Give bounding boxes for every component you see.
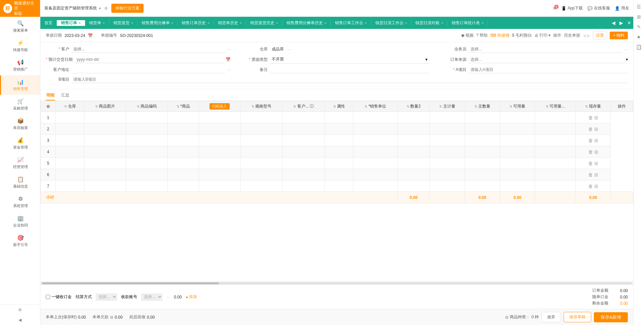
address-more-icon[interactable]: ··· bbox=[227, 68, 231, 72]
sidebar-bottom-collapse[interactable]: ◀ bbox=[0, 315, 40, 325]
shortcut-link[interactable]: ⌨ 快捷键 bbox=[490, 33, 509, 38]
cell-2-0[interactable] bbox=[56, 123, 84, 135]
cell-2-1[interactable] bbox=[84, 123, 126, 135]
order-source-input[interactable] bbox=[468, 56, 624, 63]
cell-1-0[interactable] bbox=[56, 112, 84, 123]
cell-6-1[interactable] bbox=[84, 169, 126, 180]
operation-link[interactable]: 操作 bbox=[553, 33, 561, 38]
cell-1-11[interactable] bbox=[465, 112, 500, 123]
cell-6-5[interactable] bbox=[241, 169, 282, 180]
warehouse-more-icon[interactable]: ··· bbox=[287, 47, 291, 52]
cell-6-12[interactable] bbox=[500, 169, 535, 180]
address-input[interactable] bbox=[71, 66, 225, 73]
tab-close-8[interactable]: × bbox=[325, 21, 327, 25]
discard-button[interactable]: 放弃 bbox=[541, 312, 561, 322]
cell-3-4[interactable] bbox=[199, 135, 241, 146]
cell-1-9[interactable] bbox=[397, 112, 430, 123]
row-delete-6[interactable]: 🗑 bbox=[588, 172, 593, 177]
cell-1-10[interactable] bbox=[430, 112, 465, 123]
row-delete-4[interactable]: 🗑 bbox=[588, 149, 593, 155]
col-settings[interactable]: ⚙ bbox=[41, 101, 56, 112]
cell-6-11[interactable] bbox=[465, 169, 500, 180]
tab-8[interactable]: 销售费用分摊单历史× bbox=[282, 20, 331, 26]
col-current[interactable]: ⇅ 现存量 bbox=[576, 101, 611, 112]
help-link[interactable]: ? 帮助 bbox=[476, 33, 488, 38]
cell-4-6[interactable] bbox=[282, 146, 325, 158]
online-service[interactable]: 💬 在线客服 bbox=[588, 5, 610, 11]
cell-2-7[interactable] bbox=[325, 123, 353, 135]
cell-6-3[interactable] bbox=[168, 169, 199, 180]
cell-4-7[interactable] bbox=[325, 146, 353, 158]
cell-7-10[interactable] bbox=[430, 180, 465, 192]
col-main-qty[interactable]: ⇅ 主数量 bbox=[465, 101, 500, 112]
salesperson-more-icon[interactable]: ··· bbox=[624, 47, 628, 52]
tab-close-9[interactable]: × bbox=[365, 21, 367, 25]
cell-7-4[interactable] bbox=[199, 180, 241, 192]
row-delete-5[interactable]: 🗑 bbox=[588, 161, 593, 166]
tab-close-2[interactable]: × bbox=[103, 21, 105, 25]
sidebar-item-inventory[interactable]: 📦 库存核算 bbox=[0, 114, 40, 134]
cell-3-2[interactable] bbox=[126, 135, 168, 146]
cell-4-1[interactable] bbox=[84, 146, 126, 158]
user-area[interactable]: 👤 用友 bbox=[615, 5, 629, 11]
row-copy-4[interactable]: ⊞ bbox=[594, 149, 598, 155]
cell-7-8[interactable] bbox=[353, 180, 397, 192]
cell-1-13[interactable] bbox=[535, 112, 576, 123]
tab-close-7[interactable]: × bbox=[276, 21, 278, 25]
cell-1-6[interactable] bbox=[282, 112, 325, 123]
cell-3-7[interactable] bbox=[325, 135, 353, 146]
tab-next-button[interactable]: ▶ bbox=[617, 17, 625, 29]
cell-3-9[interactable] bbox=[397, 135, 430, 146]
tab-close-1[interactable]: × bbox=[79, 21, 81, 25]
row-delete-2[interactable]: 🗑 bbox=[588, 126, 593, 132]
profit-link[interactable]: $ 毛利预估 bbox=[512, 33, 532, 38]
cell-2-11[interactable] bbox=[465, 123, 500, 135]
tab-close-3[interactable]: × bbox=[131, 21, 133, 25]
col-warehouse[interactable]: ⇅ 仓库 bbox=[56, 101, 84, 112]
row-delete-3[interactable]: 🗑 bbox=[588, 138, 593, 143]
col-main-unit[interactable]: ⇅ 主计量 bbox=[430, 101, 465, 112]
a-project-input[interactable] bbox=[468, 66, 628, 73]
note-input[interactable] bbox=[270, 66, 429, 73]
cell-7-0[interactable] bbox=[56, 180, 84, 192]
cell-3-1[interactable] bbox=[84, 135, 126, 146]
cell-1-2[interactable] bbox=[126, 112, 168, 123]
row-delete-1[interactable]: 🗑 bbox=[588, 115, 593, 120]
cell-5-6[interactable] bbox=[282, 158, 325, 169]
material-button[interactable]: + 物料 bbox=[610, 32, 628, 39]
cell-4-5[interactable] bbox=[241, 146, 282, 158]
scrollbar-track[interactable] bbox=[42, 282, 632, 284]
tab-prev-button[interactable]: ◀ bbox=[610, 17, 617, 29]
cell-3-6[interactable] bbox=[282, 135, 325, 146]
tab-3[interactable]: 销货退货× bbox=[109, 20, 138, 26]
history-link[interactable]: 历史单据 bbox=[564, 33, 580, 38]
sidebar-item-guide[interactable]: 🎯 新手引导 bbox=[0, 231, 40, 251]
sidebar-item-system[interactable]: ⚙ 系统管理 bbox=[0, 192, 40, 212]
cell-7-11[interactable] bbox=[465, 180, 500, 192]
salesperson-input[interactable] bbox=[468, 46, 622, 53]
cell-3-8[interactable] bbox=[353, 135, 397, 146]
cell-5-1[interactable] bbox=[84, 158, 126, 169]
cell-1-3[interactable] bbox=[168, 112, 199, 123]
cell-7-2[interactable] bbox=[126, 180, 168, 192]
cell-2-5[interactable] bbox=[241, 123, 282, 135]
cell-4-0[interactable] bbox=[56, 146, 84, 158]
tab-summary[interactable]: 汇总 bbox=[61, 91, 70, 100]
tab-close-11[interactable]: × bbox=[441, 21, 443, 25]
cell-6-7[interactable] bbox=[325, 169, 353, 180]
tab-10[interactable]: 钱货日清工作台× bbox=[371, 20, 412, 26]
row-delete-7[interactable]: 🗑 bbox=[588, 184, 593, 189]
row-copy-5[interactable]: ⊞ bbox=[594, 161, 598, 166]
cell-2-8[interactable] bbox=[353, 123, 397, 135]
tab-close-10[interactable]: × bbox=[405, 21, 407, 25]
cell-4-8[interactable] bbox=[353, 146, 397, 158]
sidebar-item-sales[interactable]: 📊 销售管理 bbox=[0, 75, 40, 95]
row-copy-3[interactable]: ⊞ bbox=[594, 138, 598, 143]
cell-2-10[interactable] bbox=[430, 123, 465, 135]
col-qty2[interactable]: ⇅ 数量2 bbox=[397, 101, 430, 112]
cell-5-10[interactable] bbox=[430, 158, 465, 169]
sidebar-item-marketing[interactable]: 📢 营销推广 bbox=[0, 56, 40, 75]
cell-2-2[interactable] bbox=[126, 123, 168, 135]
rt-btn-4[interactable]: ★ bbox=[635, 33, 643, 41]
cell-4-9[interactable] bbox=[397, 146, 430, 158]
